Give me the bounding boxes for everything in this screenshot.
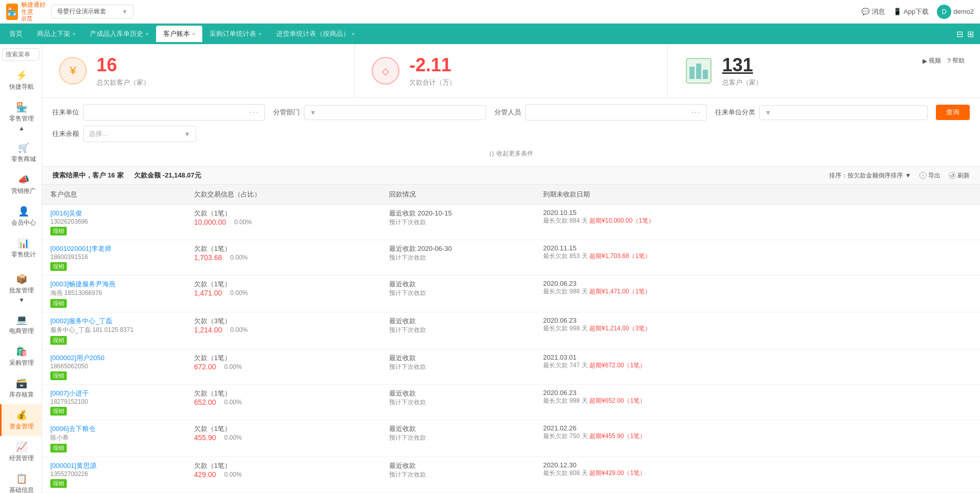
total-customers-label: 总客户（家）: [722, 78, 762, 87]
tab-purchase-order[interactable]: 采购订单统计表 ×: [202, 26, 268, 42]
tab-maximize-btn[interactable]: ⊞: [967, 29, 974, 39]
col-collection: 回款情况: [381, 185, 535, 205]
video-icon: ▶: [923, 57, 927, 65]
tab-customer-account-close[interactable]: ×: [192, 31, 195, 37]
search-button[interactable]: 查询: [936, 105, 970, 120]
tab-home[interactable]: 首页: [2, 26, 30, 42]
debt-info-cell: 欠款（1笔） 652.00 0.00%: [186, 385, 381, 420]
sidebar: ⚡ 快捷导航 🏪 零售管理 ▲ 🛒 零售商城 📣 营销推广 👤 会员中心 �: [0, 44, 42, 493]
sidebar-item-marketing[interactable]: 📣 营销推广: [0, 169, 42, 201]
sidebar-item-ops[interactable]: 📈 经营管理: [0, 436, 42, 468]
customer-name-link[interactable]: [0002]服务中心_丁磊: [50, 317, 178, 326]
tab-customer-account[interactable]: 客户账本 ×: [156, 26, 202, 42]
customer-name-link[interactable]: [000001]黄思源: [50, 461, 178, 470]
filter-source-unit: 往来单位 ···: [52, 104, 265, 121]
overdue-link[interactable]: 超期¥672.00（1笔）: [589, 362, 646, 369]
overdue-link[interactable]: 超期¥455.90（1笔）: [589, 432, 646, 440]
tab-inventory-stats-close[interactable]: ×: [352, 31, 355, 37]
message-btn[interactable]: 💬 消息: [861, 7, 885, 16]
customer-badge: 现销: [50, 479, 67, 488]
sidebar-item-ecommerce[interactable]: 💻 电商管理: [0, 309, 42, 341]
sidebar-item-member[interactable]: 👤 会员中心: [0, 201, 42, 232]
due-date-cell: 2020.06.23 最长欠款 998 天 超期¥652.00（1笔）: [535, 385, 980, 420]
overdue-link[interactable]: 超期¥1,214.00（3笔）: [589, 325, 651, 332]
sidebar-item-retail-mall[interactable]: 🛒 零售商城: [0, 137, 42, 169]
tab-purchase-order-close[interactable]: ×: [258, 31, 261, 37]
sidebar-item-batch-mgmt[interactable]: 📦 批发管理 ▼: [0, 268, 42, 309]
customer-name-link[interactable]: [0001020001]李老师: [50, 244, 178, 253]
export-btn[interactable]: ↑ 导出: [919, 171, 940, 180]
tab-product-off[interactable]: 商品上下架 ×: [30, 26, 83, 42]
total-customers-info: 131 总客户（家）: [722, 54, 762, 87]
debt-count: 欠款（1笔）: [194, 461, 373, 470]
refresh-btn[interactable]: ↺ 刷新: [949, 171, 970, 180]
overdue-amount-number: -2.11: [409, 54, 456, 76]
collapse-filter-btn[interactable]: ⟨⟩ 收起更多条件: [52, 147, 970, 160]
tab-product-history-close[interactable]: ×: [145, 31, 148, 37]
tab-product-history[interactable]: 产成品入库单历史 ×: [83, 26, 156, 42]
tab-purchase-order-label: 采购订单统计表: [209, 29, 256, 38]
export-icon: ↑: [919, 172, 927, 179]
dept-input[interactable]: ▼: [304, 105, 486, 120]
tab-minimize-btn[interactable]: ⊟: [956, 29, 963, 39]
table-row: [0001020001]李老师 18600391516 现销 欠款（1笔） 1,…: [42, 240, 980, 275]
results-prefix: 搜索结果中，客户: [52, 171, 106, 179]
sidebar-item-inventory[interactable]: 🗃️ 库存核算: [0, 372, 42, 404]
refresh-icon: ↺: [949, 172, 956, 179]
refresh-label: 刷新: [957, 171, 970, 180]
sidebar-item-label: 资金管理: [9, 422, 34, 431]
balance-input[interactable]: 选择... ▼: [83, 126, 196, 142]
debt-count: 欠款（1笔）: [194, 424, 373, 433]
sidebar-search-input[interactable]: [2, 48, 40, 61]
total-customers-card: 131 总客户（家） ▶ 视频 ? 帮助: [668, 44, 980, 97]
debt-ratio: 0.00%: [224, 434, 242, 441]
dept-dropdown-icon: ▼: [310, 109, 316, 116]
customer-name-link[interactable]: [0016]吴俊: [50, 209, 178, 218]
table-row: [0003]畅捷服务尹海燕 海燕 18513066976 现销 欠款（1笔） 1…: [42, 275, 980, 312]
debt-ratio: 0.00%: [230, 254, 248, 261]
customer-badge: 现销: [50, 444, 67, 452]
customer-name-link[interactable]: [0006]去下粮仓: [50, 424, 178, 433]
sidebar-item-quick-nav[interactable]: ⚡ 快捷导航: [0, 65, 42, 96]
overdue-link[interactable]: 超期¥652.00（1笔）: [589, 397, 646, 404]
sidebar-item-basic-info[interactable]: 📋 基础信息: [0, 468, 42, 493]
tab-product-off-label: 商品上下架: [37, 29, 70, 38]
video-btn[interactable]: ▶ 视频: [923, 56, 941, 65]
customer-phone: 18279152100: [50, 398, 178, 405]
sort-selector[interactable]: 排序：按欠款金额倒序排序 ▼: [829, 171, 911, 180]
due-date: 2020.06.23: [543, 389, 972, 397]
tab-inventory-stats[interactable]: 进货单统计表（按商品） ×: [269, 26, 362, 42]
sidebar-item-purchase[interactable]: 🛍️ 采购管理: [0, 341, 42, 372]
tab-product-off-close[interactable]: ×: [72, 31, 75, 37]
store-selector[interactable]: 母婴行业演示账套 ▼: [51, 5, 133, 18]
results-amount-value: -21,148.07元: [163, 171, 201, 179]
customer-name-link[interactable]: [000002]用户2050: [50, 353, 178, 363]
help-label: 帮助: [952, 56, 965, 65]
due-date-cell: 2020.06.23 最长欠款 998 天 超期¥1,471.00（1笔）: [535, 275, 980, 312]
collection-date: 最近收款: [389, 389, 527, 398]
customer-name-link[interactable]: [0007]小进干: [50, 389, 178, 398]
app-download-btn[interactable]: 📱 App下载: [893, 7, 929, 16]
source-unit-input[interactable]: ···: [83, 104, 265, 121]
filter-area: 往来单位 ··· 分管部门 ▼ 分管人员 ···: [42, 98, 980, 167]
unit-category-input[interactable]: ▼: [759, 105, 928, 120]
debt-amount: 672.00: [194, 363, 216, 371]
debt-count: 欠款（1笔）: [194, 280, 373, 289]
filter-manager: 分管人员 ···: [494, 104, 707, 121]
purchase-icon: 🛍️: [16, 346, 27, 357]
sidebar-item-retail-stats[interactable]: 📊 零售统计: [0, 232, 42, 264]
debt-info-cell: 欠款（1笔） 1,471.00 0.00%: [186, 275, 381, 312]
sidebar-item-retail-mgmt[interactable]: 🏪 零售管理 ▲: [0, 96, 42, 137]
user-profile[interactable]: D demo2: [937, 5, 974, 19]
manager-input[interactable]: ···: [525, 104, 707, 121]
debt-count: 欠款（1笔）: [194, 389, 373, 398]
customer-name-link[interactable]: [0003]畅捷服务尹海燕: [50, 280, 178, 289]
overdue-link[interactable]: 超期¥10,000.00（1笔）: [589, 217, 655, 224]
help-btn[interactable]: ? 帮助: [947, 56, 965, 65]
overdue-link[interactable]: 超期¥429.00（1笔）: [589, 469, 646, 477]
dept-label: 分管部门: [273, 108, 300, 117]
overdue-info: 最长欠款 853 天 超期¥1,703.68（1笔）: [543, 252, 972, 261]
overdue-link[interactable]: 超期¥1,703.68（1笔）: [589, 252, 651, 260]
overdue-link[interactable]: 超期¥1,471.00（1笔）: [589, 288, 651, 295]
sidebar-item-finance[interactable]: 💰 资金管理: [0, 404, 42, 436]
